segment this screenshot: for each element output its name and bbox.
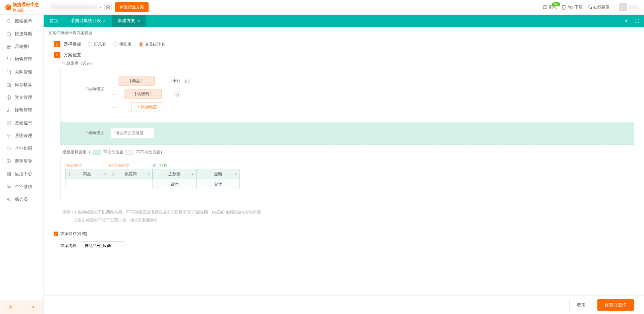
vip-icon: [6, 197, 11, 202]
sidebar-item-11[interactable]: 新手引导: [0, 155, 43, 168]
org-selector[interactable]: ▾: [50, 5, 104, 10]
template-radio-0[interactable]: 汇总表: [88, 42, 106, 47]
sidebar: 搜索菜单快捷导航营销推广销售管理采购管理库存核算资金管理经营管理基础信息系统管理…: [0, 15, 44, 314]
grid-total-qty: 合计: [153, 179, 196, 189]
sidebar-item-label: 新手引导: [15, 158, 32, 164]
vertical-dim-label: *纵向维度: [71, 76, 104, 92]
step1-label: 选择模板: [64, 41, 81, 47]
save-query-button[interactable]: 保存并查询: [597, 299, 634, 311]
sidebar-item-0[interactable]: 搜索菜单: [0, 15, 43, 27]
step2-num: 2: [54, 52, 60, 58]
brand-edition: 标准版: [13, 8, 39, 13]
sidebar-item-label: 搜索菜单: [15, 18, 32, 24]
settings-icon[interactable]: [104, 4, 112, 11]
close-icon[interactable]: ×: [137, 18, 140, 23]
grid-header-amount[interactable]: 金额▾: [196, 169, 240, 179]
template-radio-1[interactable]: 明细表: [113, 42, 131, 47]
try-solution-button[interactable]: 体验行业方案: [115, 2, 149, 12]
delete-dim-icon[interactable]: [184, 78, 190, 84]
subtotal-checkbox[interactable]: [165, 79, 169, 83]
step2-label: 方案配置: [64, 52, 81, 58]
sidebar-item-label: 基础信息: [15, 120, 32, 126]
close-icon[interactable]: ×: [103, 18, 106, 23]
wechat-icon: [6, 184, 11, 189]
radio-icon: [139, 42, 143, 47]
new-icon: [6, 159, 11, 164]
app-download-link[interactable]: App下载: [561, 4, 583, 10]
sidebar-item-5[interactable]: 库存核算: [0, 78, 43, 91]
collapse-icon[interactable]: [30, 305, 35, 310]
sidebar-item-7[interactable]: 经营管理: [0, 104, 43, 117]
legend-nondraggable-icon: [125, 150, 134, 155]
sidebar-item-10[interactable]: 企业协同: [0, 142, 43, 155]
sidebar-item-13[interactable]: 企业微信: [0, 180, 43, 193]
add-dimension-button[interactable]: + 添加维度: [131, 102, 163, 112]
chevron-down-icon: ▾: [148, 172, 150, 176]
sidebar-item-6[interactable]: 资金管理: [0, 91, 43, 104]
footer-action-bar: 取消 保存并查询: [44, 295, 644, 314]
save-scheme-label: 方案保存(可选): [60, 231, 87, 237]
sidebar-item-label: 销售管理: [15, 56, 32, 62]
support-link[interactable]: 在线客服: [587, 4, 609, 10]
radio-icon: [113, 42, 118, 47]
sidebar-item-1[interactable]: 快捷导航: [0, 27, 43, 40]
sidebar-item-label: 库存核算: [15, 82, 32, 88]
grid-total-amount: 合计: [196, 179, 240, 189]
chevron-down-icon: ▾: [104, 172, 106, 176]
cross-dimension-select[interactable]: 请选择交叉维度: [111, 128, 155, 138]
sidebar-item-label: 畅会员: [15, 196, 28, 202]
grid-header-qty[interactable]: 主数量▾: [153, 169, 196, 179]
sidebar-item-2[interactable]: 营销推广: [0, 40, 43, 53]
sidebar-item-label: 采购管理: [15, 69, 32, 75]
svg-line-4: [10, 22, 11, 23]
checkbox-checked-icon[interactable]: ✓: [54, 232, 58, 236]
delete-dim-icon[interactable]: [174, 91, 180, 97]
svg-rect-26: [9, 174, 10, 176]
breadcrumb: 采购订单统计表方案设置: [44, 27, 644, 39]
cancel-button[interactable]: 取消: [569, 299, 593, 311]
sidebar-item-4[interactable]: 采购管理: [0, 66, 43, 78]
search-icon: [6, 18, 11, 24]
close-all-tabs-icon[interactable]: [622, 16, 631, 25]
dim-chip-product[interactable]: [ 商品 ]: [118, 76, 155, 86]
gear-icon[interactable]: [8, 305, 13, 310]
chevron-down-icon: ▾: [235, 172, 237, 176]
step1-row: 1 选择模板 汇总表明细表交叉统计表: [54, 41, 634, 47]
svg-point-29: [10, 306, 12, 308]
sidebar-item-14[interactable]: 畅会员: [0, 193, 43, 206]
tab-2[interactable]: 新建方案×: [112, 15, 146, 27]
sidebar-item-3[interactable]: 销售管理: [0, 53, 43, 66]
home-icon: [6, 31, 11, 37]
sidebar-item-label: 资金管理: [15, 95, 32, 101]
horizontal-dim-label: *横向维度: [71, 128, 104, 136]
template-radio-2[interactable]: 交叉统计表: [139, 42, 165, 47]
logo-icon: [5, 4, 11, 10]
tab-0[interactable]: 首页: [44, 15, 64, 27]
scheme-name-input[interactable]: [81, 241, 124, 250]
svg-point-8: [8, 61, 8, 61]
indicator-settings-title: 模板指标设定（ 可拖动位置 不可拖动位置）: [62, 149, 634, 155]
grid-header-product[interactable]: ∑商品▾: [65, 169, 109, 179]
money-icon: [6, 95, 11, 100]
svg-rect-1: [562, 5, 565, 9]
sidebar-footer: [0, 301, 43, 314]
messages-link[interactable]: 消息 99+: [543, 4, 557, 10]
doc-icon: [6, 120, 11, 126]
sidebar-item-label: 经营管理: [15, 107, 32, 113]
sidebar-item-8[interactable]: 基础信息: [0, 117, 43, 129]
dim-chip-supplier[interactable]: [ 供应商 ]: [124, 89, 162, 99]
layout-label-dim1: [商品]维度: [65, 163, 109, 168]
fullscreen-icon[interactable]: [633, 16, 641, 25]
sidebar-item-9[interactable]: 系统管理: [0, 129, 43, 142]
sidebar-item-12[interactable]: 应用中心: [0, 168, 43, 180]
layout-label-dim2: [供应商]维度: [109, 163, 153, 168]
grid-header-supplier[interactable]: ∑供应商▾: [109, 169, 153, 179]
step1-num: 1: [54, 41, 60, 47]
hints: 提示：1.拖动标题栏可以调整布局，不可跨维度或指标区域拖动栏目字段(只能在同一维…: [60, 208, 634, 224]
svg-rect-25: [7, 174, 8, 176]
tab-1[interactable]: 采购订单统计表×: [64, 15, 112, 27]
svg-point-3: [7, 19, 10, 22]
user-menu[interactable]: [619, 3, 639, 11]
chevron-down-icon: ▾: [192, 172, 193, 176]
save-scheme-checkbox-row[interactable]: ✓ 方案保存(可选): [54, 231, 634, 237]
